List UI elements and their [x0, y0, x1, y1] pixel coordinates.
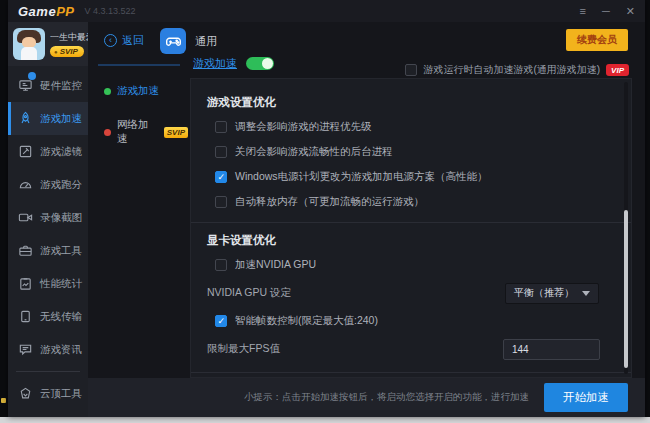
scrollbar-thumb[interactable]: [624, 210, 628, 368]
sidebar-item-game-boost[interactable]: 游戏加速: [8, 102, 88, 135]
sidebar-item-recording[interactable]: 录像截图: [8, 201, 88, 234]
main-area: ‹ 返回 通用 续费会员 游戏加速 游戏运行时自动加速游戏(通用游戏加速) VI…: [88, 22, 645, 417]
green-dot-icon: [104, 88, 111, 95]
option-label: 加速NVIDIA GPU: [235, 258, 316, 272]
subnav-item-network-boost[interactable]: 网络加速 SVIP: [88, 108, 188, 156]
auto-boost-label: 游戏运行时自动加速游戏(通用游戏加速): [423, 63, 600, 77]
stats-clipboard-icon: [18, 276, 33, 291]
menu-icon[interactable]: ≡: [580, 6, 586, 17]
logo-pp-text: PP: [56, 4, 74, 19]
section-divider: [191, 222, 631, 223]
sidebar-item-wireless-transfer[interactable]: 无线传输: [8, 300, 88, 333]
gauge-icon: [18, 177, 33, 192]
option-smart-fps: 智能帧数控制(限定最大值:240): [215, 313, 613, 329]
option-label: 关闭会影响游戏流畅性的后台进程: [235, 145, 393, 159]
general-tab-icon: [160, 28, 186, 54]
sidebar-item-label: 无线传输: [40, 310, 82, 324]
option-close-background: 关闭会影响游戏流畅性的后台进程: [215, 144, 613, 160]
sidebar-item-label: 游戏加速: [40, 112, 82, 126]
boost-subnav: 游戏加速 网络加速 SVIP: [88, 74, 188, 156]
version-label: V 4.3.13.522: [84, 6, 135, 16]
app-logo: GamePP: [18, 4, 74, 19]
sidebar-item-performance-stats[interactable]: 性能统计: [8, 267, 88, 300]
option-free-memory: 自动释放内存（可更加流畅的运行游戏）: [215, 194, 613, 210]
gpu-mode-dropdown[interactable]: 平衡（推荐）: [505, 283, 599, 304]
hardware-monitor-icon: [18, 78, 33, 93]
user-profile[interactable]: 一生中最爱 SVIP: [8, 22, 88, 66]
section-title-game-settings: 游戏设置优化: [207, 95, 613, 110]
option-label: 调整会影响游戏的进程优先级: [235, 120, 372, 134]
back-button[interactable]: ‹ 返回: [104, 33, 144, 48]
svip-badge: SVIP: [50, 46, 84, 58]
news-icon: [18, 342, 33, 357]
back-label: 返回: [122, 33, 144, 48]
svip-mini-badge: SVIP: [164, 127, 188, 138]
gamepp-window: GamePP V 4.3.13.522 ≡ ─ ✕ 一生中最爱 SVIP: [8, 0, 645, 417]
titlebar: GamePP V 4.3.13.522 ≡ ─ ✕: [8, 0, 645, 22]
fps-limit-row: 限制最大FPS值: [207, 338, 613, 360]
desktop-taskbar-strip: [0, 417, 650, 423]
filter-icon: [18, 144, 33, 159]
red-dot-icon: [104, 129, 111, 136]
sidebar-item-game-filter[interactable]: 游戏滤镜: [8, 135, 88, 168]
fps-limit-label: 限制最大FPS值: [207, 342, 280, 356]
option-power-plan: Windows电源计划更改为游戏加加电源方案（高性能）: [215, 169, 613, 185]
subnav-label: 网络加速: [117, 118, 158, 146]
game-boost-link[interactable]: 游戏加速: [193, 56, 237, 71]
option-accelerate-gpu: 加速NVIDIA GPU: [215, 257, 613, 273]
sidebar-item-label: 游戏工具: [40, 244, 82, 258]
start-boost-button[interactable]: 开始加速: [544, 383, 628, 412]
toolbox-icon: [18, 243, 33, 258]
user-name: 一生中最爱: [50, 31, 83, 44]
gpu-mode-value: 平衡（推荐）: [514, 286, 574, 300]
page-title: 通用: [195, 34, 217, 49]
checkbox[interactable]: [215, 315, 227, 327]
checkbox[interactable]: [215, 196, 227, 208]
avatar: [13, 28, 45, 60]
subnav-item-game-boost[interactable]: 游戏加速: [88, 74, 188, 108]
back-arrow-icon: ‹: [104, 34, 117, 47]
sidebar-item-label: 录像截图: [40, 211, 82, 225]
subnav-label: 游戏加速: [117, 84, 159, 98]
checkbox[interactable]: [215, 171, 227, 183]
gamepad-icon: [165, 33, 182, 50]
fps-limit-input[interactable]: [503, 339, 600, 360]
scrollbar-track[interactable]: [624, 82, 628, 374]
sidebar-item-label: 云顶工具: [40, 387, 82, 401]
sidebar-item-benchmark[interactable]: 游戏跑分: [8, 168, 88, 201]
sidebar-divider: [16, 371, 80, 372]
checkbox[interactable]: [215, 121, 227, 133]
sidebar-item-hardware-monitor[interactable]: 硬件监控: [8, 69, 88, 102]
video-camera-icon: [18, 210, 33, 225]
gpu-mode-label: NVIDIA GPU 设定: [207, 286, 291, 300]
game-boost-toggle[interactable]: [246, 57, 274, 70]
option-label: 智能帧数控制(限定最大值:240): [235, 314, 378, 328]
minimize-icon[interactable]: ─: [602, 6, 610, 17]
close-icon[interactable]: ✕: [626, 6, 635, 17]
desktop-icon-fragment: [1, 398, 6, 403]
sidebar-item-label: 游戏滤镜: [40, 145, 82, 159]
section-title-gpu-settings: 显卡设置优化: [207, 233, 613, 248]
subnav-divider: [98, 64, 180, 66]
renew-membership-button[interactable]: 续费会员: [566, 29, 628, 51]
footer-bar: 小提示：点击开始加速按钮后，将启动您选择开启的功能，进行加速 开始加速: [88, 378, 645, 417]
sidebar-item-label: 性能统计: [40, 277, 82, 291]
option-process-priority: 调整会影响游戏的进程优先级: [215, 119, 613, 135]
checkbox[interactable]: [215, 146, 227, 158]
sidebar-item-tft-tools[interactable]: 云顶工具: [8, 377, 88, 410]
option-label: Windows电源计划更改为游戏加加电源方案（高性能）: [235, 170, 488, 184]
sidebar-menu: 硬件监控 游戏加速 游戏滤镜 游戏跑分 录像截图: [8, 66, 88, 417]
rocket-icon: [18, 111, 33, 126]
sidebar-item-label: 游戏跑分: [40, 178, 82, 192]
sidebar-item-game-news[interactable]: 游戏资讯: [8, 333, 88, 366]
sidebar-item-label: 游戏资讯: [40, 343, 82, 357]
option-label: 自动释放内存（可更加流畅的运行游戏）: [235, 195, 424, 209]
settings-panel: 游戏设置优化 调整会影响游戏的进程优先级 关闭会影响游戏流畅性的后台进程 Win…: [190, 78, 632, 378]
checkbox[interactable]: [215, 259, 227, 271]
tft-icon: [18, 386, 33, 401]
gpu-mode-row: NVIDIA GPU 设定 平衡（推荐）: [207, 282, 613, 304]
auto-boost-checkbox[interactable]: [405, 64, 417, 76]
chevron-down-icon: [582, 291, 590, 296]
sidebar-item-game-tools[interactable]: 游戏工具: [8, 234, 88, 267]
logo-game-text: Game: [18, 4, 56, 19]
